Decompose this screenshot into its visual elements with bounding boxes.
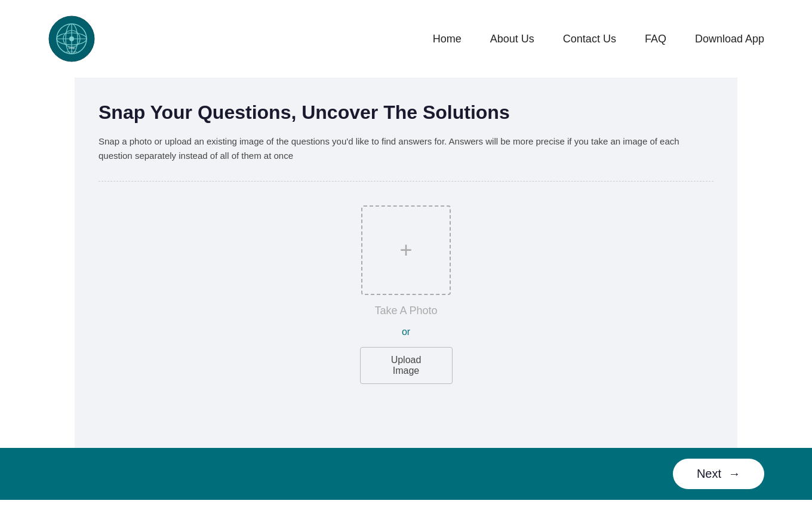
navbar: Snap and Solve Home About Us Contact Us … [0,0,812,78]
footer-bar: Next → [0,448,812,500]
svg-text:and Solve: and Solve [66,50,78,53]
add-icon: + [399,239,412,261]
page-description: Snap a photo or upload an existing image… [99,134,713,163]
take-photo-label: Take A Photo [374,305,437,317]
svg-point-7 [69,36,74,41]
nav-link-faq[interactable]: FAQ [645,33,666,45]
nav-item-contact[interactable]: Contact Us [563,33,616,45]
nav-item-about[interactable]: About Us [490,33,534,45]
next-button[interactable]: Next → [673,459,764,489]
page-title: Snap Your Questions, Uncover The Solutio… [99,102,713,124]
upload-image-button[interactable]: Upload Image [360,347,453,384]
content-divider [99,181,713,182]
next-button-label: Next [697,467,721,481]
svg-text:Snap: Snap [68,46,75,50]
nav-links: Home About Us Contact Us FAQ Download Ap… [433,33,764,45]
logo-icon: Snap and Solve [48,15,96,63]
main-content: Snap Your Questions, Uncover The Solutio… [75,78,737,448]
nav-item-faq[interactable]: FAQ [645,33,666,45]
upload-section: + Take A Photo or Upload Image [99,205,713,384]
logo[interactable]: Snap and Solve [48,15,96,63]
arrow-right-icon: → [728,467,740,481]
or-text: or [402,327,410,337]
nav-item-download[interactable]: Download App [695,33,764,45]
nav-link-download[interactable]: Download App [695,33,764,45]
photo-capture-box[interactable]: + [361,205,451,295]
nav-link-home[interactable]: Home [433,33,462,45]
nav-link-about[interactable]: About Us [490,33,534,45]
nav-link-contact[interactable]: Contact Us [563,33,616,45]
nav-item-home[interactable]: Home [433,33,462,45]
